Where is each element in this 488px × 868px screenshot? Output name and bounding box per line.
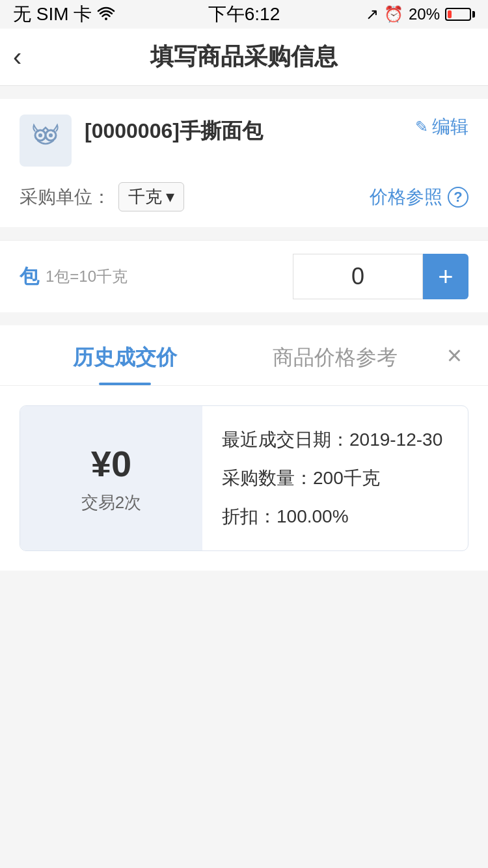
footer-space [0, 571, 488, 868]
tab-product-price-ref[interactable]: 商品价格参考 [230, 325, 440, 385]
product-card: [0000006]手撕面包 ✎ 编辑 采购单位： 千克 ▾ 价格参照 ? [0, 99, 488, 227]
tabs-header: 历史成交价 商品价格参考 × [0, 325, 488, 386]
status-time: 下午6:12 [208, 2, 280, 27]
dropdown-arrow-icon: ▾ [166, 187, 174, 207]
trade-count: 交易2次 [81, 491, 141, 514]
edit-icon: ✎ [415, 118, 428, 136]
product-logo [20, 115, 72, 167]
price-amount: ¥0 [91, 442, 131, 485]
wifi-icon [97, 4, 115, 25]
unit-select-dropdown[interactable]: 千克 ▾ [118, 182, 184, 211]
price-card-right: 最近成交日期：2019-12-30 采购数量：200千克 折扣：100.00% [202, 406, 468, 550]
purchase-qty-value: 200千克 [313, 468, 380, 488]
back-button[interactable]: ‹ [13, 42, 21, 72]
status-bar: 无 SIM 卡 下午6:12 ↗ ⏰ 20% [0, 0, 488, 29]
alarm-icon: ⏰ [384, 5, 403, 23]
unit-label: 采购单位： [20, 185, 111, 210]
logo-icon [26, 118, 65, 163]
quantity-row: 包 1包=10千克 + [0, 240, 488, 312]
purchase-qty-line: 采购数量：200千克 [222, 464, 448, 493]
svg-point-0 [105, 18, 107, 20]
price-card: ¥0 交易2次 最近成交日期：2019-12-30 采购数量：200千克 折扣：… [20, 405, 468, 551]
svg-point-3 [38, 133, 42, 137]
recent-date-label: 最近成交日期： [222, 429, 349, 450]
unit-value: 千克 [128, 185, 162, 208]
product-left: [0000006]手撕面包 [20, 115, 263, 167]
header: ‹ 填写商品采购信息 [0, 29, 488, 86]
tab-price-ref-label: 商品价格参考 [273, 346, 398, 369]
unit-hint: 1包=10千克 [46, 266, 128, 287]
product-name: [0000006]手撕面包 [85, 115, 263, 146]
recent-date-line: 最近成交日期：2019-12-30 [222, 426, 448, 455]
discount-line: 折扣：100.00% [222, 502, 448, 532]
status-left: 无 SIM 卡 [13, 2, 115, 27]
quantity-right: + [293, 254, 468, 299]
discount-label: 折扣： [222, 506, 277, 526]
tab-active-indicator [99, 383, 151, 385]
edit-button[interactable]: ✎ 编辑 [415, 115, 468, 139]
tabs-section: 历史成交价 商品价格参考 × ¥0 交易2次 最近成交日期：2019-12-30… [0, 325, 488, 571]
page-title: 填写商品采购信息 [150, 41, 338, 73]
battery-indicator [445, 8, 475, 21]
history-price-content: ¥0 交易2次 最近成交日期：2019-12-30 采购数量：200千克 折扣：… [0, 386, 488, 571]
location-icon: ↗ [366, 5, 379, 23]
unit-badge: 包 [20, 264, 39, 290]
plus-button[interactable]: + [423, 254, 468, 299]
help-icon: ? [448, 187, 468, 208]
quantity-input[interactable] [293, 254, 423, 299]
purchase-qty-label: 采购数量： [222, 468, 313, 488]
tab-history-label: 历史成交价 [73, 346, 177, 369]
price-reference-button[interactable]: 价格参照 ? [370, 185, 468, 210]
edit-label: 编辑 [432, 115, 468, 139]
status-right: ↗ ⏰ 20% [366, 5, 475, 23]
price-card-left: ¥0 交易2次 [20, 406, 202, 550]
battery-percent: 20% [409, 5, 440, 23]
close-button[interactable]: × [441, 334, 468, 377]
price-ref-label: 价格参照 [370, 185, 442, 210]
product-bottom: 采购单位： 千克 ▾ 价格参照 ? [20, 182, 468, 211]
recent-date-value: 2019-12-30 [349, 429, 442, 450]
quantity-left: 包 1包=10千克 [20, 264, 128, 290]
product-top: [0000006]手撕面包 ✎ 编辑 [20, 115, 468, 167]
unit-section: 采购单位： 千克 ▾ [20, 182, 184, 211]
tab-history-price[interactable]: 历史成交价 [20, 325, 230, 385]
carrier-text: 无 SIM 卡 [13, 2, 92, 27]
discount-value: 100.00% [277, 506, 349, 526]
svg-point-4 [49, 133, 53, 137]
